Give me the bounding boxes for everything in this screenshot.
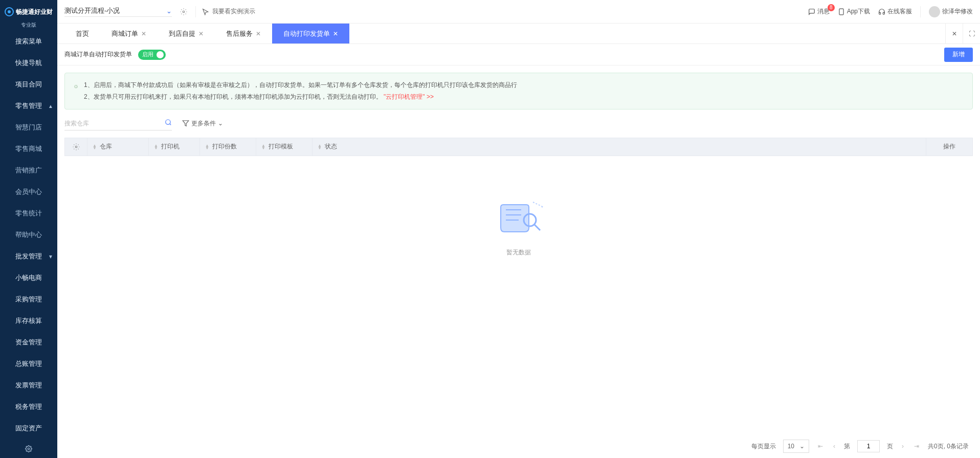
app-download-link[interactable]: App下载 (838, 7, 870, 16)
search-icon[interactable] (165, 119, 172, 127)
filter-icon (182, 120, 189, 127)
col-warehouse[interactable]: ▲▼仓库 (87, 138, 149, 156)
demo-link[interactable]: 我要看实例演示 (202, 7, 255, 16)
sidebar-item-7[interactable]: 会员中心 (0, 181, 57, 203)
user-menu[interactable]: 徐泽华修改 (929, 6, 973, 17)
sidebar-item-label: 批发管理 (15, 252, 42, 261)
sidebar-item-label: 帮助中心 (15, 230, 42, 239)
sort-icon: ▲▼ (318, 144, 322, 149)
sidebar-item-11[interactable]: 小畅电商 (0, 267, 57, 289)
tab-1[interactable]: 商城订单✕ (100, 24, 158, 43)
brand-logo: 畅捷通好业财 (0, 0, 57, 24)
perpage-select[interactable]: 10 ⌄ (783, 440, 809, 453)
tab-label: 到店自提 (169, 29, 195, 38)
close-icon[interactable]: ✕ (198, 30, 204, 37)
caret-icon: ▲ (48, 103, 53, 109)
avatar (929, 6, 940, 17)
sidebar-item-label: 搜索菜单 (15, 37, 42, 46)
sidebar-settings[interactable] (0, 440, 57, 458)
perpage-value: 10 (788, 443, 794, 450)
col-template[interactable]: ▲▼打印模板 (256, 138, 313, 156)
tab-2[interactable]: 到店自提✕ (158, 24, 215, 43)
sidebar-item-14[interactable]: 资金管理 (0, 332, 57, 353)
sidebar-item-18[interactable]: 固定资产 (0, 418, 57, 439)
sidebar-item-5[interactable]: 零售商城 (0, 138, 57, 160)
divider (920, 6, 921, 17)
sidebar-item-label: 总账管理 (15, 359, 42, 368)
tab-3[interactable]: 售后服务✕ (215, 24, 272, 43)
info-content: 1、启用后，商城下单付款成功后（如果有审核是在审核之后），自动打印发货单。如果一… (84, 79, 517, 103)
sidebar-item-1[interactable]: 快捷导航 (0, 52, 57, 74)
main-content: 测试分开流程-小况 ⌄ 我要看实例演示 消息 8 App下载 (57, 0, 980, 458)
col-copies[interactable]: ▲▼打印份数 (200, 138, 256, 156)
cloud-printer-link[interactable]: "云打印机管理" >> (384, 93, 434, 100)
svg-line-5 (170, 124, 171, 125)
message-icon (808, 8, 815, 15)
tab-4[interactable]: 自动打印发货单✕ (272, 24, 349, 43)
close-icon[interactable]: ✕ (333, 30, 338, 37)
sidebar-item-6[interactable]: 营销推广 (0, 160, 57, 181)
divider (195, 6, 196, 17)
sidebar-item-label: 快捷导航 (15, 58, 42, 68)
col-status[interactable]: ▲▼状态 (313, 138, 926, 156)
sidebar-item-17[interactable]: 税务管理 (0, 396, 57, 418)
first-page-button[interactable]: ⇤ (816, 443, 825, 450)
tab-label: 首页 (76, 29, 89, 38)
search-input[interactable] (64, 117, 165, 130)
app-download-label: App下载 (847, 7, 870, 16)
next-page-button[interactable]: › (900, 443, 905, 450)
sidebar-item-10[interactable]: 批发管理▼ (0, 246, 57, 267)
sort-icon: ▲▼ (205, 144, 209, 149)
warehouse-search (64, 117, 172, 130)
sidebar-item-16[interactable]: 发票管理 (0, 375, 57, 396)
sidebar-item-15[interactable]: 总账管理 (0, 353, 57, 375)
subhead-title: 商城订单自动打印发货单 (64, 50, 132, 59)
support-link[interactable]: 在线客服 (878, 7, 912, 16)
sidebar-item-label: 采购管理 (15, 295, 42, 304)
lightbulb-icon: ☼ (73, 80, 79, 103)
sub-header: 商城订单自动打印发货单 启用 新增 (57, 44, 980, 66)
sidebar-item-19[interactable]: 工资 (0, 439, 57, 440)
last-page-button[interactable]: ⇥ (912, 443, 921, 450)
filters-row: 更多条件 ⌄ (57, 117, 980, 138)
close-icon[interactable]: ✕ (141, 30, 146, 37)
org-selector[interactable]: 测试分开流程-小况 ⌄ (64, 6, 172, 17)
sidebar-item-12[interactable]: 采购管理 (0, 289, 57, 310)
gear-icon (73, 143, 80, 150)
empty-state: 暂无数据 (64, 156, 973, 277)
tab-0[interactable]: 首页 (64, 24, 100, 43)
prev-page-button[interactable]: ‹ (832, 443, 837, 450)
empty-illustration (493, 197, 544, 238)
sidebar-item-0[interactable]: 搜索菜单 (0, 31, 57, 52)
sidebar-item-2[interactable]: 项目合同 (0, 74, 57, 95)
sidebar-item-label: 库存核算 (15, 316, 42, 325)
info-banner: ☼ 1、启用后，商城下单付款成功后（如果有审核是在审核之后），自动打印发货单。如… (64, 73, 973, 110)
sidebar-item-9[interactable]: 帮助中心 (0, 224, 57, 246)
messages-link[interactable]: 消息 8 (808, 7, 830, 16)
sidebar-item-3[interactable]: 零售管理▲ (0, 95, 57, 117)
sidebar-item-label: 发票管理 (15, 381, 42, 390)
table-header: ▲▼仓库 ▲▼打印机 ▲▼打印份数 ▲▼打印模板 ▲▼状态 操作 (64, 138, 973, 156)
sidebar-item-13[interactable]: 库存核算 (0, 310, 57, 332)
chevron-down-icon: ⌄ (218, 120, 223, 127)
close-icon[interactable]: ✕ (256, 30, 261, 37)
col-printer[interactable]: ▲▼打印机 (149, 138, 200, 156)
page-input[interactable] (857, 440, 880, 452)
logo-icon (5, 7, 14, 16)
org-settings-button[interactable] (178, 6, 189, 17)
pagination: 每页显示 10 ⌄ ⇤ ‹ 第 页 › ⇥ 共0页, 0条记录 (751, 440, 969, 453)
brand-name: 畅捷通好业财 (16, 8, 53, 16)
sidebar-item-8[interactable]: 零售统计 (0, 203, 57, 224)
page-total: 共0页, 0条记录 (928, 442, 969, 451)
enable-toggle[interactable]: 启用 (138, 50, 166, 60)
fullscreen-button[interactable]: ⛶ (963, 24, 980, 44)
close-all-tabs-button[interactable]: ✕ (945, 24, 963, 44)
pointer-icon (202, 8, 209, 15)
sidebar-item-label: 智慧门店 (15, 123, 42, 132)
add-button[interactable]: 新增 (944, 48, 973, 62)
column-settings-button[interactable] (65, 138, 87, 156)
sidebar-item-4[interactable]: 智慧门店 (0, 117, 57, 138)
sidebar-item-label: 税务管理 (15, 402, 42, 411)
more-filters-button[interactable]: 更多条件 ⌄ (182, 119, 223, 128)
tabs-actions: ✕ ⛶ (945, 24, 980, 43)
